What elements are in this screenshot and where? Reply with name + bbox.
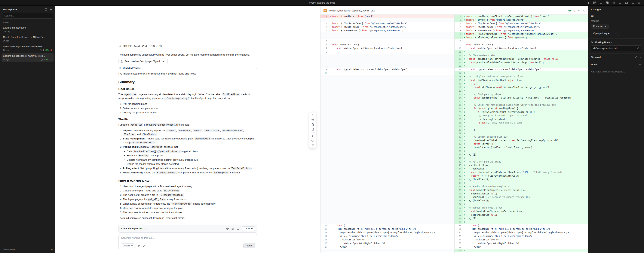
columns-icon[interactable] (600, 1, 602, 4)
notes-input[interactable]: Add notes about this workspace... (588, 68, 644, 75)
line-number (320, 178, 329, 181)
eye-icon[interactable] (226, 227, 229, 230)
expand-icon[interactable] (634, 56, 637, 58)
open-pr-chevron[interactable] (613, 31, 619, 36)
diff-line: 39+ } (454, 150, 588, 153)
chevron-down-icon[interactable] (639, 56, 641, 58)
diff-line: 2import { ChatInterface } from "@/compon… (320, 22, 454, 25)
collapse-diff-icon[interactable] (578, 9, 580, 12)
play-icon[interactable] (311, 134, 314, 138)
diff-line: 5 (320, 40, 454, 43)
columns-icon[interactable] (45, 8, 48, 11)
inline-code: useCallback (204, 129, 220, 132)
code-text: const loadPlans = useCallback(async () =… (466, 78, 588, 82)
history-icon[interactable] (612, 1, 615, 4)
workspace-timestamp: 7h ago (3, 49, 10, 51)
close-diff-icon[interactable] (582, 9, 585, 12)
diff-sign (329, 135, 332, 139)
diff-line: 61 <div className="flex flex-col h-scree… (454, 227, 588, 231)
layout-grid-icon[interactable] (606, 1, 609, 4)
diff-sign (329, 160, 332, 164)
files-changed-bar[interactable]: 2 files changed +61 -3 Latest (118, 225, 258, 232)
diff-sign: + (463, 139, 466, 142)
workspace-item[interactable]: Install and integrate Vibe Kanban Web...… (2, 44, 54, 53)
panel-left-icon[interactable] (619, 1, 622, 4)
more-options-icon[interactable] (638, 25, 641, 28)
diff-line: 47+ }, [loadPlans]); (454, 178, 588, 181)
code-text: const [pendingPlan, setPendingPlan] = us… (466, 57, 588, 61)
code-text: return () => clearInterval(interval); (466, 174, 588, 178)
plus-icon[interactable] (50, 8, 52, 11)
code-text (332, 50, 454, 54)
diff-sign: + (463, 96, 466, 100)
branch-icon[interactable] (311, 144, 314, 147)
panel-right-icon[interactable] (632, 1, 634, 4)
working-branch-input[interactable]: vk/3ccf-explore-the-code (591, 46, 641, 51)
clipboard-icon[interactable] (311, 123, 314, 126)
diff-line (320, 156, 454, 160)
copy-icon[interactable] (311, 118, 314, 121)
diff-line: 59+ (454, 220, 588, 224)
notes-section-header[interactable]: Notes (588, 61, 644, 68)
list-item: State management: Added state for tracki… (123, 137, 258, 144)
history-icon[interactable] (236, 227, 240, 230)
diff-sign (329, 238, 332, 242)
terminal-section-header[interactable]: Terminal (588, 54, 644, 61)
code-text: // Check for new pending plans that were… (466, 103, 588, 107)
assistant-paragraph: I updated Agent.tsx (medusa/src/pages/Ag… (118, 123, 258, 127)
kanban-icon[interactable] (593, 1, 596, 4)
diff-sign (329, 146, 332, 150)
chevron-down-icon[interactable] (255, 67, 258, 69)
diff-line (320, 86, 454, 89)
sliders-icon[interactable] (231, 227, 234, 230)
line-number (320, 217, 329, 220)
chevron-down-icon[interactable] (639, 64, 641, 66)
main-layout: Workspaces Active Explore the codebase35… (0, 6, 644, 253)
code-text: import { ChatInterface } from "@/compone… (332, 22, 454, 25)
edit-branch-icon[interactable] (637, 47, 639, 49)
latest-dropdown[interactable]: Latest (242, 226, 255, 231)
diff-line: 13+ const [pendingPlan, setPendingPlan] … (454, 57, 588, 61)
search-input[interactable] (2, 13, 53, 18)
tool-call-chip[interactable]: Readmedusa/src/pages/Agent.tsx (118, 58, 168, 64)
workspace-item[interactable]: Explore the codebase35m ago (2, 25, 54, 34)
todos-collapsible[interactable]: Updated Todos (118, 67, 258, 70)
code-text: const toggleSidebar = () => setSidebarOp… (332, 68, 454, 71)
grip-icon[interactable] (311, 114, 314, 116)
line-number (320, 107, 329, 110)
line-number: 51 (454, 192, 463, 196)
workspace-item[interactable]: Explore the codebase I want you to ex...… (2, 53, 54, 62)
code-text (332, 150, 454, 153)
line-number: 47 (454, 178, 463, 181)
diff-line: 16 {sidebarOpen && <RightSidebar />} (320, 242, 454, 245)
code-text (332, 160, 454, 164)
attach-icon[interactable] (138, 244, 140, 247)
code-text (332, 114, 454, 118)
file-icon[interactable] (311, 128, 314, 131)
model-selector[interactable]: Default (121, 244, 135, 248)
menu-icon[interactable] (638, 1, 640, 4)
monitor-icon[interactable] (311, 139, 314, 142)
view-archive-link[interactable]: View Archive (3, 248, 16, 251)
code-text (332, 181, 454, 185)
pause-icon[interactable] (587, 1, 590, 4)
open-pr-button[interactable]: Open pull request (591, 31, 619, 36)
list-item: Poll for pending plans (123, 102, 258, 106)
composer: Continue working on this task... Default… (118, 234, 258, 250)
conversation-scroll-area[interactable]: npm run build 2>&1 | tail -80The build c… (56, 6, 320, 225)
line-number: 34 (454, 132, 463, 135)
workspace-title: Install and integrate Vibe Kanban Web... (3, 45, 52, 48)
send-button[interactable]: Send (243, 243, 255, 248)
workspace-item[interactable]: Create Good First Issues on Github So ..… (2, 34, 54, 43)
diff-line (320, 64, 454, 68)
line-number (320, 82, 329, 86)
branch-selector[interactable]: master (591, 24, 608, 29)
diff-stats: +59 -1 (568, 9, 585, 12)
diff-sign: + (463, 249, 466, 252)
message-input[interactable]: Continue working on this task... (121, 236, 255, 243)
code-text (332, 132, 454, 135)
panel-bottom-icon[interactable] (625, 1, 628, 4)
code-text (332, 153, 454, 156)
diff-line: 9const Agent = () => { (454, 43, 588, 46)
edit-message-icon[interactable] (143, 244, 146, 247)
